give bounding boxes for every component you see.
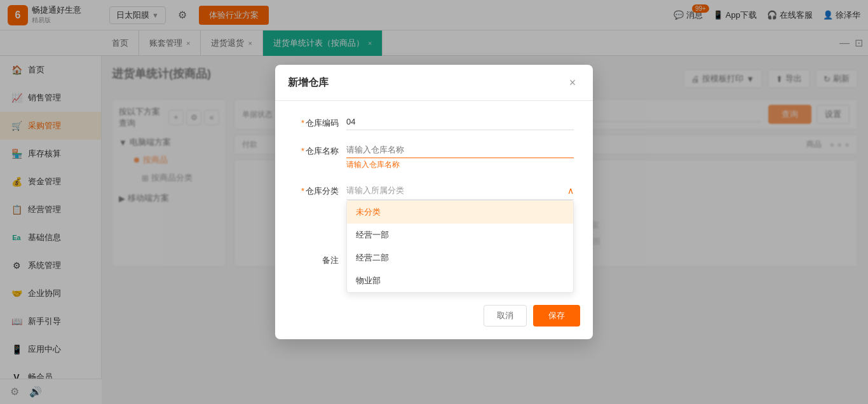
warehouse-name-label: 仓库名称 [294,142,339,157]
warehouse-category-placeholder: 请输入所属分类 [346,185,404,196]
warehouse-code-control [346,114,574,130]
dialog-close-button[interactable]: × [565,75,580,90]
overlay: 新增仓库 × 仓库编码 仓库名称 请输入仓库名称 仓库分类 [0,0,868,404]
warehouse-category-row: 仓库分类 请输入所属分类 ∧ 未分类 经营一部 经营二部 物业部 [294,182,574,200]
warehouse-category-dropdown[interactable]: 请输入所属分类 ∧ [346,182,574,200]
category-option-dept2[interactable]: 经营二部 [347,246,573,269]
warehouse-code-input[interactable] [346,114,574,130]
category-option-dept1[interactable]: 经营一部 [347,224,573,246]
warehouse-category-label: 仓库分类 [294,182,339,197]
warehouse-name-error: 请输入仓库名称 [346,159,574,170]
warehouse-code-row: 仓库编码 [294,114,574,130]
save-button[interactable]: 保存 [533,305,580,327]
dropdown-arrow-icon: ∧ [567,185,574,196]
category-option-property[interactable]: 物业部 [347,269,573,292]
warehouse-name-input[interactable] [346,142,574,158]
dialog-title: 新增仓库 [288,76,329,90]
cancel-button[interactable]: 取消 [484,305,527,327]
warehouse-category-control: 请输入所属分类 ∧ 未分类 经营一部 经营二部 物业部 [346,182,574,200]
dialog-footer: 取消 保存 [275,297,593,339]
category-dropdown-list: 未分类 经营一部 经营二部 物业部 [346,200,574,293]
dialog-body: 仓库编码 仓库名称 请输入仓库名称 仓库分类 请输入所属分类 [275,101,593,297]
warehouse-code-label: 仓库编码 [294,114,339,129]
warehouse-name-row: 仓库名称 请输入仓库名称 [294,142,574,170]
dialog-header: 新增仓库 × [275,65,593,101]
warehouse-name-control: 请输入仓库名称 [346,142,574,170]
category-option-unclassified[interactable]: 未分类 [347,201,573,224]
remark-label: 备注 [294,251,339,266]
new-warehouse-dialog: 新增仓库 × 仓库编码 仓库名称 请输入仓库名称 仓库分类 [275,65,593,339]
